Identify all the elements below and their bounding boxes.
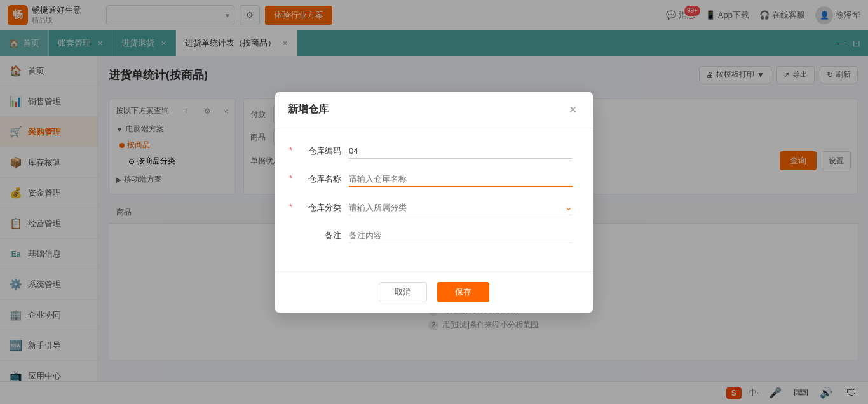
form-row-name: 仓库名称 [295, 172, 573, 187]
modal-backdrop: 新增仓库 ✕ 仓库编码 仓库名称 仓库分类 ⌄ 备注 [0, 0, 868, 404]
category-input[interactable] [349, 200, 565, 215]
cancel-button[interactable]: 取消 [379, 282, 427, 302]
modal-body: 仓库编码 仓库名称 仓库分类 ⌄ 备注 [275, 128, 593, 271]
remark-input[interactable] [349, 228, 573, 243]
form-row-category: 仓库分类 ⌄ [295, 200, 573, 215]
modal-title: 新增仓库 [288, 103, 329, 116]
name-label: 仓库名称 [295, 173, 341, 185]
remark-label: 备注 [295, 230, 341, 241]
name-input[interactable] [349, 172, 573, 187]
form-row-code: 仓库编码 [295, 144, 573, 159]
save-button[interactable]: 保存 [437, 282, 489, 302]
modal-header: 新增仓库 ✕ [275, 92, 593, 128]
modal-close-button[interactable]: ✕ [565, 102, 580, 118]
code-input[interactable] [349, 144, 573, 159]
code-label: 仓库编码 [295, 145, 341, 157]
category-label: 仓库分类 [295, 202, 341, 213]
add-warehouse-modal: 新增仓库 ✕ 仓库编码 仓库名称 仓库分类 ⌄ 备注 [275, 92, 593, 313]
modal-footer: 取消 保存 [275, 271, 593, 313]
category-dropdown-icon[interactable]: ⌄ [565, 202, 573, 212]
form-row-remark: 备注 [295, 228, 573, 243]
category-select-wrap[interactable]: ⌄ [349, 200, 573, 215]
